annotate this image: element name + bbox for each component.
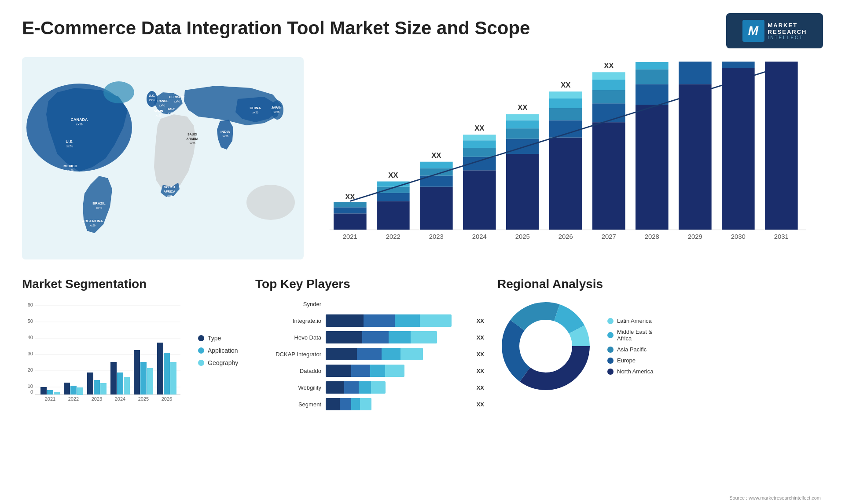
svg-text:ITALY: ITALY: [166, 107, 175, 110]
svg-rect-49: [420, 162, 453, 168]
svg-text:U.K.: U.K.: [149, 94, 155, 97]
svg-text:2021: 2021: [343, 233, 357, 240]
svg-rect-38: [334, 207, 367, 213]
logo-letter: M: [748, 24, 758, 38]
svg-text:0: 0: [30, 389, 33, 394]
player-name-webgility: Webgility: [255, 384, 321, 391]
player-bar-segment: [326, 398, 371, 410]
svg-text:2024: 2024: [472, 233, 487, 240]
svg-rect-39: [334, 202, 367, 207]
reg-na-label: North America: [617, 368, 653, 375]
svg-rect-119: [64, 383, 70, 394]
legend-application: Application: [198, 347, 238, 354]
svg-rect-71: [592, 90, 625, 103]
svg-rect-63: [549, 138, 582, 230]
svg-point-145: [520, 321, 571, 372]
legend-type-label: Type: [208, 335, 221, 342]
segmentation-title: Market Segmentation: [22, 277, 242, 291]
legend-geography-label: Geography: [208, 359, 238, 366]
svg-text:GERMANY: GERMANY: [169, 95, 185, 99]
svg-rect-82: [679, 84, 712, 230]
svg-rect-85: [722, 68, 755, 230]
player-value-integrate: XX: [477, 318, 484, 324]
player-row-hevo: Hevo Data XX: [255, 331, 484, 343]
svg-text:XX: XX: [474, 124, 485, 132]
reg-europe-label: Europe: [617, 357, 636, 364]
svg-point-2: [103, 81, 134, 103]
svg-rect-46: [420, 187, 453, 230]
svg-text:2031: 2031: [774, 233, 789, 240]
reg-legend-latin: Latin America: [607, 318, 653, 324]
svg-rect-121: [77, 387, 83, 395]
svg-text:2026: 2026: [558, 233, 573, 240]
reg-apac-label: Asia Pacific: [617, 346, 647, 353]
regional-section: Regional Analysis: [497, 277, 823, 427]
svg-rect-130: [147, 368, 153, 394]
page-title: E-Commerce Data Integration Tool Market …: [22, 18, 530, 39]
svg-text:xx%: xx%: [252, 111, 258, 114]
svg-text:xx%: xx%: [89, 224, 95, 227]
svg-rect-54: [463, 140, 496, 148]
svg-text:CHINA: CHINA: [250, 106, 261, 110]
svg-text:ARABIA: ARABIA: [186, 137, 198, 140]
logo: M MARKET RESEARCH INTELLECT: [726, 13, 823, 48]
svg-text:XX: XX: [604, 62, 614, 70]
player-bar-webgility: [326, 381, 386, 394]
player-row-integrate: Integrate.io XX: [255, 314, 484, 327]
svg-text:xx%: xx%: [149, 99, 154, 102]
player-value-dckap: XX: [477, 351, 484, 358]
reg-legend-mea: Middle East &Africa: [607, 329, 653, 342]
svg-text:60: 60: [28, 302, 33, 307]
svg-text:2023: 2023: [92, 396, 102, 402]
svg-rect-37: [334, 213, 367, 230]
svg-rect-55: [463, 135, 496, 140]
svg-text:XX: XX: [518, 103, 528, 112]
player-name-dataddo: Dataddo: [255, 368, 321, 374]
svg-text:2021: 2021: [45, 396, 55, 402]
legend-application-dot: [198, 347, 204, 354]
svg-rect-126: [117, 373, 123, 394]
player-value-segment: XX: [477, 401, 484, 408]
svg-text:2025: 2025: [138, 396, 149, 402]
svg-rect-88: [765, 62, 798, 230]
logo-line1: MARKET: [768, 22, 807, 29]
svg-text:xx%: xx%: [155, 114, 161, 117]
svg-rect-78: [636, 62, 669, 69]
legend-geography-dot: [198, 360, 204, 366]
reg-legend-na: North America: [607, 368, 653, 375]
players-title: Top Key Players: [255, 277, 484, 291]
svg-rect-86: [722, 62, 755, 68]
players-section: Top Key Players Synder Integrate.io: [255, 277, 484, 427]
svg-text:2028: 2028: [645, 233, 659, 240]
world-map-section: CANADA xx% U.S. xx% MEXICO xx% BRAZIL xx…: [22, 57, 304, 268]
svg-rect-69: [592, 122, 625, 230]
svg-rect-129: [140, 362, 147, 394]
reg-latin-label: Latin America: [617, 318, 652, 324]
svg-text:xx%: xx%: [66, 144, 73, 148]
svg-rect-75: [636, 105, 669, 230]
svg-text:xx%: xx%: [76, 122, 82, 126]
svg-point-5: [246, 185, 295, 220]
regional-title: Regional Analysis: [497, 277, 823, 291]
reg-legend-apac: Asia Pacific: [607, 346, 653, 353]
player-name-synder: Synder: [255, 301, 321, 307]
svg-rect-41: [377, 201, 410, 230]
svg-rect-73: [592, 72, 625, 80]
segmentation-legend: Type Application Geography: [198, 298, 238, 403]
reg-legend-europe: Europe: [607, 357, 653, 364]
legend-geography: Geography: [198, 359, 238, 366]
source-text: Source : www.marketresearchintellect.com: [729, 495, 821, 500]
svg-rect-122: [87, 373, 93, 394]
svg-rect-133: [170, 362, 176, 394]
svg-rect-125: [110, 362, 117, 394]
logo-line3: INTELLECT: [768, 35, 807, 40]
reg-mea-label: Middle East &Africa: [617, 329, 652, 342]
svg-text:2027: 2027: [602, 233, 616, 240]
svg-rect-52: [463, 157, 496, 171]
svg-rect-117: [47, 390, 53, 394]
svg-rect-59: [506, 128, 539, 139]
player-value-dataddo: XX: [477, 368, 484, 374]
svg-text:30: 30: [28, 351, 33, 356]
svg-text:ARGENTINA: ARGENTINA: [82, 219, 103, 223]
logo-line2: RESEARCH: [768, 29, 807, 35]
